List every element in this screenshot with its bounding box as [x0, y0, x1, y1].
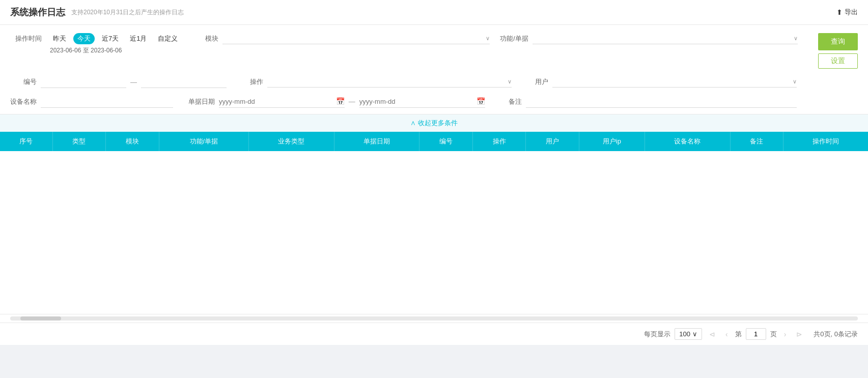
col-voucher-date: 单据日期	[334, 132, 419, 151]
user-filter: 用户 ∨	[522, 76, 797, 88]
filter-panel: 操作时间 昨天 今天 近7天 近1月 自定义 2023-06-06 至 2023…	[0, 25, 868, 132]
time-buttons: 昨天 今天 近7天 近1月 自定义	[49, 33, 182, 44]
user-chevron-icon: ∨	[793, 78, 797, 85]
calendar-to-icon[interactable]: 📅	[477, 97, 485, 105]
operation-label: 操作	[237, 77, 267, 86]
module-select[interactable]: ∨	[222, 33, 490, 44]
date-to-input[interactable]	[359, 98, 477, 105]
collapse-up-icon: ∧	[410, 119, 416, 127]
col-op-time: 操作时间	[783, 132, 868, 151]
time-filter-section: 操作时间 昨天 今天 近7天 近1月 自定义 2023-06-06 至 2023…	[10, 33, 182, 55]
col-number: 编号	[419, 132, 472, 151]
filter-rows: 编号 — 操作 ∨ 用户 ∨	[0, 69, 868, 114]
table-header: 序号 类型 模块 功能/单据 业务类型 单据日期 编号 操作 用户 用户ip 设…	[0, 132, 868, 151]
voucher-date-filter: 单据日期 📅 — 📅	[183, 95, 485, 108]
func-filter: 功能/单据 ∨	[500, 33, 798, 44]
time-filter-row: 操作时间 昨天 今天 近7天 近1月 自定义	[10, 33, 182, 44]
filter-row-2: 编号 — 操作 ∨ 用户 ∨	[10, 76, 858, 88]
operation-select[interactable]: ∨	[267, 76, 512, 88]
page-title: 系统操作日志	[10, 6, 65, 18]
module-chevron-icon: ∨	[486, 35, 490, 42]
device-label: 设备名称	[10, 97, 41, 106]
date-range: 📅 — 📅	[219, 95, 485, 108]
col-func: 功能/单据	[159, 132, 248, 151]
number-label: 编号	[10, 77, 41, 86]
per-page-chevron-icon: ∨	[692, 330, 697, 338]
per-page-label: 每页显示	[644, 330, 670, 339]
export-button[interactable]: ⬆ 导出	[836, 8, 858, 17]
scrollbar-track[interactable]	[10, 316, 858, 321]
time-btn-yesterday[interactable]: 昨天	[49, 33, 70, 44]
per-page-select[interactable]: 100 ∨	[675, 328, 702, 340]
pagination-bar: 每页显示 100 ∨ ⊲ ‹ 第 页 › ⊳ 共0页, 0条记录	[0, 323, 868, 345]
col-biz-type: 业务类型	[249, 132, 334, 151]
filter-row-3: 设备名称 单据日期 📅 — 📅	[10, 95, 858, 108]
date-dash: —	[349, 98, 355, 105]
time-btn-7days[interactable]: 近7天	[98, 33, 123, 44]
remark-filter: 备注	[495, 96, 797, 108]
voucher-date-label: 单据日期	[183, 97, 219, 106]
time-btn-today[interactable]: 今天	[73, 33, 95, 44]
page-header: 系统操作日志 支持2020年10月31日之后产生的操作日志 ⬆ 导出	[0, 0, 868, 25]
settings-button[interactable]: 设置	[818, 53, 858, 69]
filter-row-1: 操作时间 昨天 今天 近7天 近1月 自定义 2023-06-06 至 2023…	[0, 25, 868, 69]
col-module: 模块	[106, 132, 159, 151]
collapse-label: 收起更多条件	[418, 119, 458, 127]
func-chevron-icon: ∨	[794, 35, 798, 42]
per-page-value: 100	[679, 330, 690, 338]
page-label: 第	[735, 330, 742, 339]
export-icon: ⬆	[836, 8, 843, 16]
number-from-input[interactable]	[41, 76, 126, 88]
col-type: 类型	[52, 132, 105, 151]
operation-filter: 操作 ∨	[237, 76, 512, 88]
collapse-bar[interactable]: ∧ 收起更多条件	[0, 114, 868, 132]
table-wrapper: 序号 类型 模块 功能/单据 业务类型 单据日期 编号 操作 用户 用户ip 设…	[0, 132, 868, 314]
operation-chevron-icon: ∨	[508, 78, 512, 85]
scrollbar-thumb[interactable]	[20, 316, 61, 321]
scrollbar-area	[0, 314, 868, 323]
empty-area	[0, 151, 868, 314]
date-to-wrapper: 📅	[359, 95, 485, 108]
time-range-display: 2023-06-06 至 2023-06-06	[50, 47, 122, 54]
col-user: 用户	[526, 132, 579, 151]
table-header-row: 序号 类型 模块 功能/单据 业务类型 单据日期 编号 操作 用户 用户ip 设…	[0, 132, 868, 151]
module-filter: 模块 ∨	[192, 33, 490, 44]
func-label: 功能/单据	[500, 34, 533, 43]
number-range: —	[41, 76, 227, 88]
func-select[interactable]: ∨	[533, 33, 798, 44]
col-seq: 序号	[0, 132, 52, 151]
col-user-ip: 用户ip	[579, 132, 645, 151]
page-input[interactable]	[746, 328, 766, 340]
remark-input[interactable]	[526, 96, 797, 108]
time-btn-1month[interactable]: 近1月	[126, 33, 151, 44]
calendar-from-icon[interactable]: 📅	[336, 97, 345, 105]
time-label: 操作时间	[10, 34, 46, 43]
col-operation: 操作	[472, 132, 525, 151]
number-filter: 编号 —	[10, 76, 227, 88]
next-page-button[interactable]: ›	[781, 329, 790, 339]
user-select[interactable]: ∨	[552, 76, 797, 88]
user-label: 用户	[522, 77, 552, 86]
number-dash: —	[130, 78, 137, 86]
total-info: 共0页, 0条记录	[814, 330, 858, 339]
device-input[interactable]	[41, 96, 173, 108]
remark-label: 备注	[495, 97, 526, 106]
time-btn-custom[interactable]: 自定义	[154, 33, 182, 44]
date-from-wrapper: 📅	[219, 95, 345, 108]
col-remark: 备注	[730, 132, 783, 151]
last-page-button[interactable]: ⊳	[793, 329, 805, 339]
query-button[interactable]: 查询	[818, 33, 858, 50]
date-from-input[interactable]	[219, 98, 336, 105]
page-unit: 页	[770, 330, 777, 339]
number-to-input[interactable]	[141, 76, 227, 88]
device-filter: 设备名称	[10, 96, 173, 108]
first-page-button[interactable]: ⊲	[706, 329, 718, 339]
action-buttons: 查询 设置	[818, 33, 858, 69]
page-subtitle: 支持2020年10月31日之后产生的操作日志	[71, 8, 184, 17]
col-device: 设备名称	[645, 132, 730, 151]
prev-page-button[interactable]: ‹	[722, 329, 731, 339]
module-label: 模块	[192, 34, 222, 43]
data-table: 序号 类型 模块 功能/单据 业务类型 单据日期 编号 操作 用户 用户ip 设…	[0, 132, 868, 151]
